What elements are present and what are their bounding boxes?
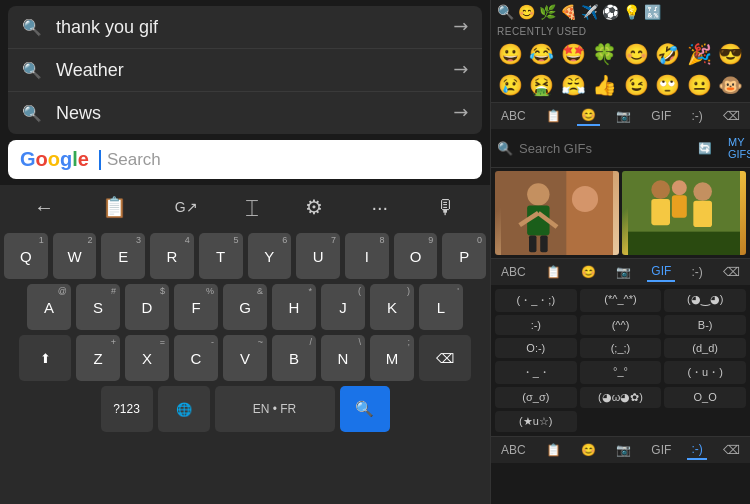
gif-bottom-smiley[interactable]: 😊 (577, 263, 600, 281)
emoji-symbols-icon[interactable]: 🔣 (644, 4, 661, 20)
key-Z[interactable]: +Z (76, 335, 120, 381)
numbers-button[interactable]: ?123 (101, 386, 153, 432)
gif-tab-icon[interactable]: 🔄 (693, 140, 717, 157)
gif-bottom-sticker[interactable]: 📷 (612, 263, 635, 281)
clipboard-button[interactable]: 📋 (94, 191, 135, 223)
emoji-4[interactable]: 🍀 (590, 39, 621, 69)
kaomoji-1[interactable]: (・_・;) (495, 289, 577, 312)
emoji-10[interactable]: 🤮 (527, 70, 558, 100)
kaomoji-2[interactable]: (*^_^*) (580, 289, 662, 312)
gif-thumb-1[interactable] (495, 171, 619, 255)
gif-search-bar[interactable]: 🔍 🔄 MY GIFS CONFU (491, 129, 750, 168)
kaomoji-bottom-sticker[interactable]: 📷 (612, 441, 635, 459)
emoji-12[interactable]: 👍 (590, 70, 621, 100)
search-button[interactable]: 🔍 (340, 386, 390, 432)
kaomoji-7[interactable]: O:-) (495, 338, 577, 358)
key-F[interactable]: %F (174, 284, 218, 330)
emoji-6[interactable]: 🤣 (653, 39, 684, 69)
key-U[interactable]: 7U (296, 233, 340, 279)
key-S[interactable]: #S (76, 284, 120, 330)
kaomoji-14[interactable]: (◕ω◕✿) (580, 387, 662, 408)
kaomoji-11[interactable]: °_° (580, 361, 662, 384)
key-I[interactable]: 8I (345, 233, 389, 279)
emoji-2[interactable]: 😂 (527, 39, 558, 69)
kaomoji-bottom-clip[interactable]: 📋 (542, 441, 565, 459)
globe-button[interactable]: 🌐 (158, 386, 210, 432)
gif-bottom-gif[interactable]: GIF (647, 262, 675, 282)
shift-button[interactable]: ⬆ (19, 335, 71, 381)
kaomoji-16[interactable]: (★u☆) (495, 411, 577, 432)
emoji-13[interactable]: 😉 (621, 70, 652, 100)
gif-thumb-2[interactable] (622, 171, 746, 255)
backspace-button[interactable]: ⌫ (419, 335, 471, 381)
key-L[interactable]: 'L (419, 284, 463, 330)
emoji-tab-smiley[interactable]: 😊 (577, 106, 600, 126)
cursor-button[interactable]: ⌶ (238, 192, 266, 223)
space-button[interactable]: EN • FR (215, 386, 335, 432)
emoji-14[interactable]: 🙄 (653, 70, 684, 100)
key-D[interactable]: $D (125, 284, 169, 330)
emoji-9[interactable]: 😢 (495, 70, 526, 100)
key-A[interactable]: @A (27, 284, 71, 330)
emoji-food-icon[interactable]: 🍕 (560, 4, 577, 20)
mic-button[interactable]: 🎙 (428, 192, 464, 223)
emoji-15[interactable]: 😐 (684, 70, 715, 100)
gif-search-input[interactable] (519, 141, 687, 156)
search-input[interactable]: Search (99, 150, 470, 170)
key-E[interactable]: 3E (101, 233, 145, 279)
google-search-bar[interactable]: Google Search (8, 140, 482, 179)
kaomoji-bottom-kaomoji[interactable]: :-) (687, 440, 706, 460)
settings-button[interactable]: ⚙ (297, 191, 331, 223)
gif-bottom-abc[interactable]: ABC (497, 263, 530, 281)
emoji-smiley-icon[interactable]: 😊 (518, 4, 535, 20)
key-Y[interactable]: 6Y (248, 233, 292, 279)
key-P[interactable]: 0P (442, 233, 486, 279)
kaomoji-bottom-backspace[interactable]: ⌫ (719, 441, 744, 459)
emoji-7[interactable]: 🎉 (684, 39, 715, 69)
kaomoji-3[interactable]: (◕‿◕) (664, 289, 746, 312)
key-H[interactable]: *H (272, 284, 316, 330)
key-B[interactable]: /B (272, 335, 316, 381)
emoji-tab-gif[interactable]: GIF (647, 107, 675, 125)
emoji-3[interactable]: 🤩 (558, 39, 589, 69)
emoji-travel-icon[interactable]: ✈️ (581, 4, 598, 20)
key-T[interactable]: 5T (199, 233, 243, 279)
key-N[interactable]: \N (321, 335, 365, 381)
emoji-activity-icon[interactable]: ⚽ (602, 4, 619, 20)
emoji-16[interactable]: 🐵 (716, 70, 747, 100)
emoji-tab-kaomoji[interactable]: :-) (687, 107, 706, 125)
key-Q[interactable]: 1Q (4, 233, 48, 279)
gif-bottom-backspace[interactable]: ⌫ (719, 263, 744, 281)
key-J[interactable]: (J (321, 284, 365, 330)
translate-button[interactable]: G↗ (167, 195, 206, 219)
kaomoji-bottom-gif[interactable]: GIF (647, 441, 675, 459)
kaomoji-4[interactable]: :-) (495, 315, 577, 335)
emoji-tab-clip[interactable]: 📋 (542, 107, 565, 125)
gif-bottom-clip[interactable]: 📋 (542, 263, 565, 281)
emoji-11[interactable]: 😤 (558, 70, 589, 100)
emoji-8[interactable]: 😎 (716, 39, 747, 69)
kaomoji-6[interactable]: B-) (664, 315, 746, 335)
emoji-objects-icon[interactable]: 💡 (623, 4, 640, 20)
key-C[interactable]: -C (174, 335, 218, 381)
emoji-5[interactable]: 😊 (621, 39, 652, 69)
more-button[interactable]: ··· (363, 192, 396, 223)
suggestion-item-1[interactable]: 🔍 thank you gif ↙ (8, 6, 482, 49)
back-button[interactable]: ← (26, 192, 62, 223)
kaomoji-bottom-smiley[interactable]: 😊 (577, 441, 600, 459)
key-R[interactable]: 4R (150, 233, 194, 279)
key-G[interactable]: &G (223, 284, 267, 330)
emoji-tab-abc[interactable]: ABC (497, 107, 530, 125)
key-M[interactable]: ;M (370, 335, 414, 381)
emoji-tab-sticker[interactable]: 📷 (612, 107, 635, 125)
emoji-nature-icon[interactable]: 🌿 (539, 4, 556, 20)
key-K[interactable]: )K (370, 284, 414, 330)
kaomoji-9[interactable]: (d_d) (664, 338, 746, 358)
gif-bottom-kaomoji[interactable]: :-) (687, 263, 706, 281)
kaomoji-15[interactable]: O_O (664, 387, 746, 408)
suggestion-item-3[interactable]: 🔍 News ↙ (8, 92, 482, 134)
kaomoji-5[interactable]: (^^) (580, 315, 662, 335)
my-gifs-tab[interactable]: MY GIFS (723, 134, 750, 162)
kaomoji-13[interactable]: (σ_σ) (495, 387, 577, 408)
suggestion-item-2[interactable]: 🔍 Weather ↙ (8, 49, 482, 92)
